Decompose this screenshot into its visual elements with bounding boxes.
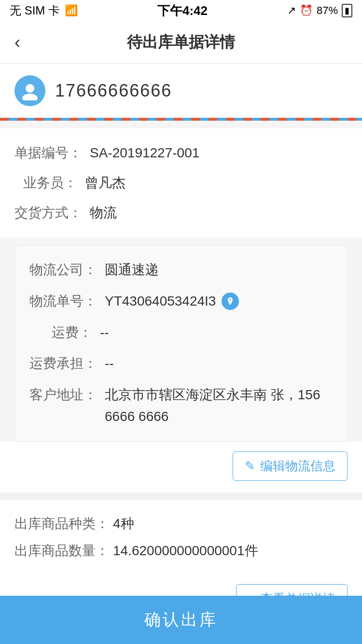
page-title: 待出库单据详情 xyxy=(127,32,235,53)
logistics-freight-bear-value: -- xyxy=(105,353,333,375)
status-right: ↗ ⏰ 87% ▮ xyxy=(287,4,352,17)
alarm-icon: ⏰ xyxy=(300,4,313,17)
salesman-value: 曾凡杰 xyxy=(85,173,348,193)
logistics-company-value: 圆通速递 xyxy=(105,259,333,281)
confirm-button-label: 确认出库 xyxy=(144,609,218,631)
delivery-label: 交货方式： xyxy=(14,203,82,223)
logistics-tracking-label: 物流单号： xyxy=(29,291,97,312)
salesman-row: 业务员： 曾凡杰 xyxy=(14,173,348,193)
logistics-freight-bear-label: 运费承担： xyxy=(29,353,97,375)
logistics-freight-row: 运费： -- xyxy=(29,322,333,344)
goods-quantity-label: 出库商品数量： xyxy=(14,542,109,560)
salesman-label: 业务员： xyxy=(14,173,77,193)
customer-phone: 17666666666 xyxy=(55,81,172,101)
basic-info-section: 单据编号： SA-20191227-001 业务员： 曾凡杰 交货方式： 物流 xyxy=(0,128,362,238)
section-separator-1 xyxy=(0,492,362,500)
goods-section: 出库商品种类： 4种 出库商品数量： 14.620000000000001件 xyxy=(0,500,362,574)
logistics-company-row: 物流公司： 圆通速递 xyxy=(29,259,333,281)
logistics-box: 物流公司： 圆通速递 物流单号： YT43064053424I3 运费： -- … xyxy=(14,245,348,442)
confirm-button[interactable]: 确认出库 xyxy=(0,596,362,644)
logistics-address-row: 客户地址： 北京市市辖区海淀区永丰南 张，156 6666 6666 xyxy=(29,384,333,428)
goods-quantity-row: 出库商品数量： 14.620000000000001件 xyxy=(14,542,348,560)
edit-icon: ✎ xyxy=(245,459,255,474)
logistics-tracking-value: YT43064053424I3 xyxy=(105,291,216,312)
logistics-freight-value: -- xyxy=(100,322,333,344)
goods-type-row: 出库商品种类： 4种 xyxy=(14,515,348,533)
battery-icon: ▮ xyxy=(342,4,352,17)
map-location-icon[interactable] xyxy=(222,293,239,310)
edit-button-label: 编辑物流信息 xyxy=(260,458,335,475)
svg-point-0 xyxy=(26,84,34,93)
carrier-label: 无 SIM 卡 xyxy=(10,3,60,18)
status-time: 下午4:42 xyxy=(157,2,208,19)
document-no-row: 单据编号： SA-20191227-001 xyxy=(14,143,348,163)
customer-header: 17666666666 xyxy=(0,64,362,118)
goods-quantity-value: 14.620000000000001件 xyxy=(113,542,258,560)
avatar xyxy=(14,75,45,106)
wifi-icon: 📶 xyxy=(65,4,78,17)
svg-point-1 xyxy=(22,94,38,100)
logistics-freight-label: 运费： xyxy=(29,322,92,344)
logistics-tracking-row: 物流单号： YT43064053424I3 xyxy=(29,291,333,312)
battery-label: 87% xyxy=(317,4,338,17)
logistics-address-label: 客户地址： xyxy=(29,384,97,406)
delivery-row: 交货方式： 物流 xyxy=(14,203,348,223)
logistics-tracking-value-wrapper: YT43064053424I3 xyxy=(105,291,333,312)
dashed-divider xyxy=(0,118,362,121)
logistics-company-label: 物流公司： xyxy=(29,259,97,281)
logistics-freight-bear-row: 运费承担： -- xyxy=(29,353,333,375)
back-button[interactable]: ‹ xyxy=(14,34,20,51)
edit-logistics-button[interactable]: ✎ 编辑物流信息 xyxy=(233,451,348,481)
location-icon: ↗ xyxy=(287,4,296,17)
goods-type-value: 4种 xyxy=(113,515,134,533)
goods-type-label: 出库商品种类： xyxy=(14,515,109,533)
document-no-value: SA-20191227-001 xyxy=(90,143,348,163)
logistics-address-value: 北京市市辖区海淀区永丰南 张，156 6666 6666 xyxy=(105,384,333,428)
status-left: 无 SIM 卡 📶 xyxy=(10,3,78,18)
nav-bar: ‹ 待出库单据详情 xyxy=(0,21,362,64)
status-bar: 无 SIM 卡 📶 下午4:42 ↗ ⏰ 87% ▮ xyxy=(0,0,362,21)
document-no-label: 单据编号： xyxy=(14,143,82,163)
delivery-value: 物流 xyxy=(90,203,348,223)
avatar-icon xyxy=(20,81,40,100)
edit-btn-row: ✎ 编辑物流信息 xyxy=(0,442,362,492)
